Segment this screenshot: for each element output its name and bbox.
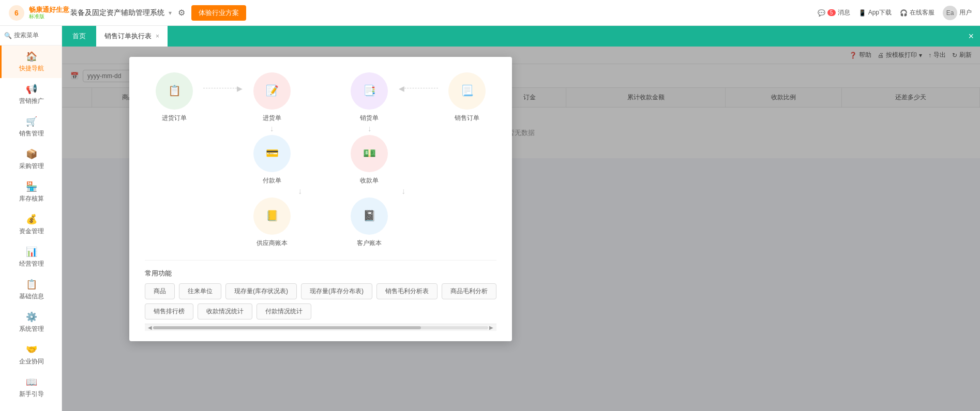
user-label: 用户 [959, 8, 972, 17]
spacer-gap [301, 123, 340, 135]
flow-v-arrows-row2: ↓ ↓ [145, 185, 496, 197]
system-icon: ⚙️ [26, 311, 37, 323]
sidebar-search-button[interactable]: 🔍 搜索菜单 [4, 31, 57, 40]
svg-text:💳: 💳 [265, 147, 278, 159]
sales-order-label: 销售订单 [455, 114, 479, 123]
scroll-track[interactable] [153, 326, 488, 329]
flow-node-receipt[interactable]: 💵 收款单 [340, 135, 399, 185]
message-label: 消息 [838, 8, 850, 17]
phone-icon: 📱 [858, 9, 866, 17]
sidebar-label-inventory: 库存核算 [19, 194, 44, 203]
sidebar-item-quick-nav[interactable]: 🏠 快捷导航 [0, 45, 62, 78]
flow-diagram: 📋 进货订单 ▶ 📝 [145, 72, 496, 248]
common-btn-sales-rank[interactable]: 销售排行榜 [145, 303, 193, 319]
content-area: 首页 销售订单执行表 × × ❓ 帮助 🖨 按模板打印 ▾ [62, 26, 980, 411]
common-buttons-row1: 商品 往来单位 现存量(库存状况表) 现存量(库存分布表) 销售毛利分析表 商品… [145, 283, 496, 299]
flow-node-customer-ledger[interactable]: 📓 客户账本 [340, 197, 399, 248]
scroll-left-arrow[interactable]: ◀ [147, 325, 153, 330]
flow-node-purchase-bill[interactable]: 📝 进货单 [243, 72, 301, 123]
sales-icon: 🛒 [26, 116, 37, 127]
newbie-icon: 📖 [26, 376, 37, 388]
tab-close-all-button[interactable]: × [962, 31, 980, 42]
spacer2-left [165, 185, 269, 197]
search-label: 搜索菜单 [14, 31, 39, 40]
sidebar-item-marketing[interactable]: 📢 营销推广 [0, 78, 62, 111]
purchase-icon: 📦 [26, 148, 37, 160]
sidebar-search-area: 🔍 搜索菜单 [0, 26, 62, 45]
v-arrow-sales-icon: ↓ [367, 123, 371, 135]
sidebar-item-inventory[interactable]: 🏪 库存核算 [0, 176, 62, 208]
trial-button[interactable]: 体验行业方案 [191, 5, 246, 21]
svg-text:📑: 📑 [363, 84, 376, 97]
sidebar-label-enterprise: 企业协同 [19, 357, 44, 366]
sidebar-item-basic[interactable]: 📋 基础信息 [0, 273, 62, 306]
receipt-label: 收款单 [360, 176, 379, 185]
sidebar-item-purchase[interactable]: 📦 采购管理 [0, 143, 62, 176]
message-icon: 💬 [818, 9, 825, 17]
tab-home[interactable]: 首页 [62, 26, 96, 47]
sidebar-label-newbie: 新手引导 [19, 390, 44, 399]
svg-text:💵: 💵 [363, 147, 376, 159]
common-btn-payment-stats[interactable]: 付款情况统计 [257, 303, 311, 319]
user-action[interactable]: Ea 用户 [943, 6, 972, 20]
marketing-icon: 📢 [26, 83, 37, 95]
flow-node-purchase-order[interactable]: 📋 进货订单 [145, 72, 203, 123]
basic-icon: 📋 [26, 279, 37, 290]
online-service-action[interactable]: 🎧 在线客服 [900, 8, 934, 17]
sidebar-label-quick-nav: 快捷导航 [19, 64, 44, 73]
common-section-title: 常用功能 [145, 269, 496, 278]
sidebar: 🔍 搜索菜单 🏠 快捷导航 📢 营销推广 🛒 销售管理 📦 采购管理 🏪 库存核… [0, 26, 62, 411]
common-btn-sales-profit[interactable]: 销售毛利分析表 [376, 283, 438, 299]
common-btn-receipt-stats[interactable]: 收款情况统计 [198, 303, 252, 319]
customer-ledger-circle: 📓 [351, 197, 388, 235]
sidebar-label-system: 系统管理 [19, 325, 44, 333]
flow-node-payment[interactable]: 💳 付款单 [243, 135, 301, 185]
top-header: 6 畅康通好生意 标准版 装备及固定资产辅助管理系统 ▾ ⚙ 体验行业方案 💬 … [0, 0, 980, 26]
settings-gear-button[interactable]: ⚙ [176, 6, 187, 20]
modal-scroll-bar[interactable]: ◀ ▶ [145, 324, 496, 331]
tab-sales-order-label: 销售订单执行表 [104, 32, 152, 41]
supplier-ledger-circle: 📒 [253, 197, 291, 235]
app-download-action[interactable]: 📱 App下载 [858, 8, 892, 17]
sidebar-item-finance[interactable]: 💰 资金管理 [0, 208, 62, 241]
home-icon: 🏠 [26, 51, 37, 62]
customer-ledger-label: 客户账本 [357, 239, 382, 248]
message-action[interactable]: 💬 5 消息 [818, 8, 850, 17]
system-name-label: 装备及固定资产辅助管理系统 [70, 8, 164, 18]
svg-text:📓: 📓 [363, 209, 376, 222]
common-btn-contacts[interactable]: 往来单位 [179, 283, 221, 299]
flow-node-sales-order[interactable]: 📃 销售订单 [438, 72, 496, 123]
sidebar-item-system[interactable]: ⚙️ 系统管理 [0, 306, 62, 339]
flow-row-1: 📋 进货订单 ▶ 📝 [145, 72, 496, 123]
common-btn-goods[interactable]: 商品 [145, 283, 175, 299]
flow-node-sales-bill[interactable]: 📑 销货单 [340, 72, 399, 123]
spacer-arrow-h1 [203, 123, 243, 135]
spacer-arrow-h2 [399, 123, 438, 135]
svg-text:📒: 📒 [265, 209, 278, 222]
sidebar-item-sales[interactable]: 🛒 销售管理 [0, 111, 62, 143]
v-arrow-payment-icon: ↓ [298, 185, 302, 197]
sidebar-label-basic: 基础信息 [19, 292, 44, 301]
flow-arrow-h2: ◀ [399, 84, 438, 93]
common-btn-stock-status[interactable]: 现存量(库存状况表) [225, 283, 297, 299]
sidebar-item-newbie[interactable]: 📖 新手引导 [0, 371, 62, 404]
flow-node-supplier-ledger[interactable]: 📒 供应商账本 [243, 197, 301, 248]
sidebar-item-enterprise[interactable]: 🤝 企业协同 [0, 339, 62, 371]
page-content: ❓ 帮助 🖨 按模板打印 ▾ ↑ 导出 ↻ 刷新 � [62, 47, 980, 411]
header-right: 💬 5 消息 📱 App下载 🎧 在线客服 Ea 用户 [818, 6, 972, 20]
svg-text:📃: 📃 [461, 84, 474, 97]
svg-text:📝: 📝 [265, 84, 278, 97]
receipt-circle: 💵 [351, 135, 388, 172]
common-btn-goods-profit[interactable]: 商品毛利分析 [442, 283, 496, 299]
tab-sales-order[interactable]: 销售订单执行表 × [96, 26, 168, 47]
sidebar-label-finance: 资金管理 [19, 227, 44, 236]
flow-row-2: 💳 付款单 💵 收款单 [145, 135, 496, 185]
common-btn-stock-dist[interactable]: 现存量(库存分布表) [301, 283, 372, 299]
system-arrow-icon[interactable]: ▾ [169, 9, 172, 17]
app-download-label: App下载 [868, 8, 892, 17]
sidebar-item-business[interactable]: 📊 经营管理 [0, 241, 62, 273]
scroll-right-arrow[interactable]: ▶ [488, 325, 494, 330]
common-section: 常用功能 商品 往来单位 现存量(库存状况表) 现存量(库存分布表) 销售毛利分… [145, 260, 496, 319]
message-badge: 5 [827, 9, 836, 16]
tab-close-icon[interactable]: × [156, 33, 159, 40]
